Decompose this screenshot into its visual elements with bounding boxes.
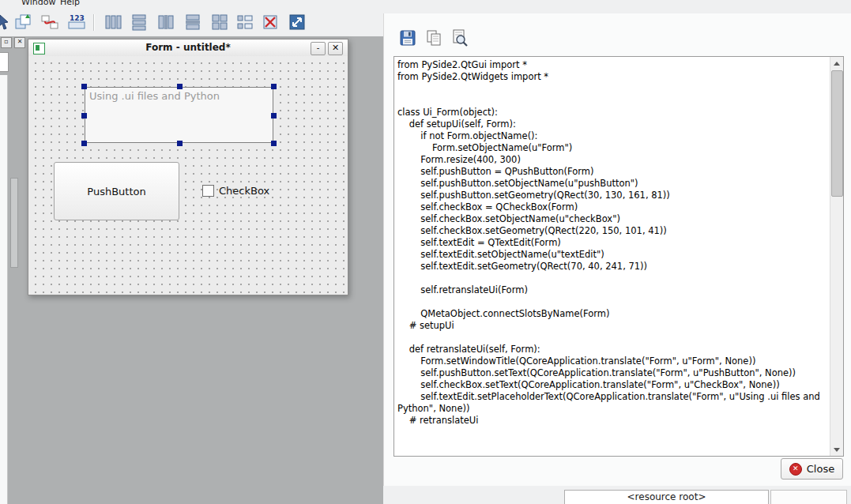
menu-window[interactable]: Window (21, 0, 55, 7)
selection-handle[interactable] (271, 84, 277, 89)
textedit-widget[interactable]: Using .ui files and Python (85, 87, 273, 143)
scrollbar-thumb[interactable] (831, 70, 843, 197)
form-window-title: Form - untitled* (28, 42, 348, 53)
code-view[interactable]: from PySide2.QtGui import * from PySide2… (393, 56, 844, 457)
scroll-up-icon[interactable] (830, 57, 843, 70)
toolbar-separator (93, 14, 95, 31)
form-canvas[interactable]: Using .ui files and Python PushButton Ch… (28, 56, 348, 295)
left-dock-header: ▫ ✕ (1, 37, 25, 48)
textedit-placeholder: Using .ui files and Python (89, 90, 220, 102)
textedit-widget-selected[interactable]: Using .ui files and Python (85, 87, 273, 143)
copy-icon[interactable] (424, 28, 443, 47)
minimize-button[interactable]: - (311, 42, 326, 55)
raise-widget-icon[interactable] (13, 12, 33, 32)
close-circle-icon: ✕ (789, 463, 802, 476)
python-code-text: from PySide2.QtGui import * from PySide2… (397, 59, 826, 453)
selection-handle[interactable] (177, 84, 183, 89)
python-code-dialog: from PySide2.QtGui import * from PySide2… (383, 13, 851, 486)
adjust-size-icon[interactable] (287, 12, 307, 32)
scroll-down-icon[interactable] (830, 443, 843, 456)
layout-horizontal-icon[interactable] (103, 12, 123, 32)
layout-vertical-icon[interactable] (129, 12, 149, 32)
resource-preview-panel (770, 490, 847, 504)
save-icon[interactable] (398, 28, 417, 47)
resource-root-item[interactable]: <resource root> (564, 490, 769, 504)
close-window-button[interactable]: ✕ (328, 42, 343, 55)
close-button-label: Close (807, 463, 834, 475)
selection-handle[interactable] (271, 141, 277, 146)
selection-handle[interactable] (81, 113, 87, 118)
dock-float-icon[interactable]: ▫ (1, 37, 12, 48)
form-editor-window: Form - untitled* - ✕ Using .ui files and… (28, 39, 348, 295)
checkbox-widget[interactable]: CheckBox (202, 184, 269, 197)
layout-form-icon[interactable] (235, 12, 255, 32)
left-dock-scrollbar[interactable] (10, 178, 18, 268)
form-titlebar[interactable]: Form - untitled* - ✕ (28, 39, 348, 57)
menu-help[interactable]: Help (60, 0, 80, 7)
layout-grid-icon[interactable] (209, 12, 230, 32)
svg-text:123: 123 (70, 14, 85, 22)
tab-order-icon[interactable]: 123 (66, 12, 87, 32)
left-dock-panel-edge (0, 75, 8, 504)
checkbox-box-icon[interactable] (202, 185, 214, 197)
print-preview-icon[interactable] (450, 28, 469, 47)
layout-vertical-splitter-icon[interactable] (183, 12, 203, 32)
qt-designer-app: Window Help 123 (0, 0, 851, 504)
close-button[interactable]: ✕ Close (781, 458, 843, 480)
menubar: Window Help (0, 0, 851, 9)
selection-handle[interactable] (81, 84, 87, 89)
break-layout-icon[interactable] (260, 12, 281, 32)
left-dock-filter-fragment[interactable] (0, 52, 9, 72)
selection-handle[interactable] (81, 141, 87, 146)
edit-buddies-icon[interactable] (40, 12, 60, 32)
layout-horizontal-splitter-icon[interactable] (156, 12, 176, 32)
selection-handle[interactable] (177, 141, 183, 146)
dock-close-icon[interactable]: ✕ (14, 37, 25, 48)
pushbutton-widget[interactable]: PushButton (54, 162, 179, 220)
code-scrollbar[interactable] (830, 57, 843, 456)
edit-widgets-icon[interactable] (0, 12, 13, 32)
selection-handle[interactable] (271, 113, 277, 118)
checkbox-label: CheckBox (219, 185, 269, 197)
